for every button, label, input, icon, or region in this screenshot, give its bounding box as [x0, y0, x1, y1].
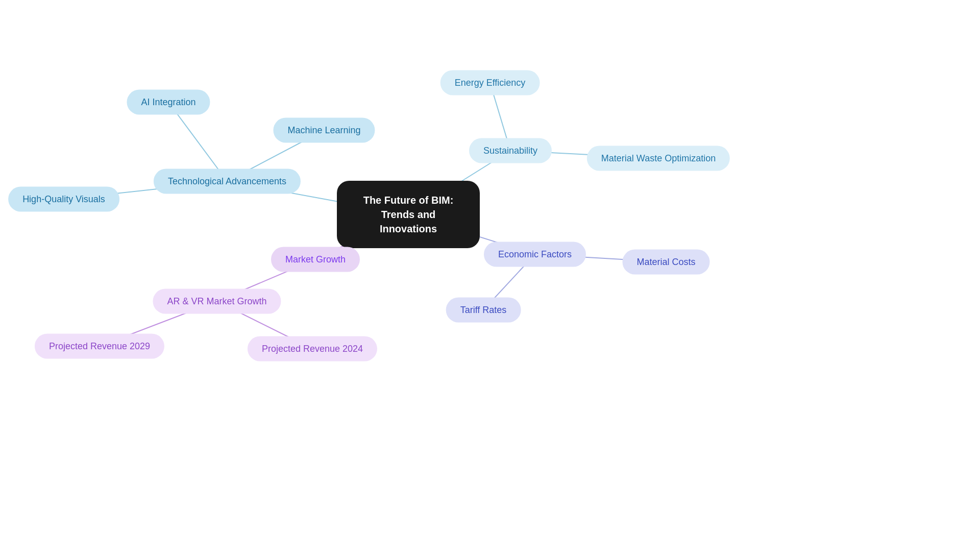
node-energy-efficiency[interactable]: Energy Efficiency [440, 70, 540, 95]
node-sustainability[interactable]: Sustainability [469, 138, 552, 163]
node-projected-revenue-2024[interactable]: Projected Revenue 2024 [248, 336, 377, 362]
market-growth-label: Market Growth [285, 254, 346, 265]
node-economic-factors[interactable]: Economic Factors [484, 242, 586, 267]
sustainability-label: Sustainability [483, 146, 537, 156]
center-node: The Future of BIM: Trends and Innovation… [337, 181, 480, 248]
machine-learning-label: Machine Learning [287, 125, 360, 136]
node-tariff-rates[interactable]: Tariff Rates [446, 298, 521, 323]
revenue-2024-label: Projected Revenue 2024 [262, 344, 363, 354]
node-machine-learning[interactable]: Machine Learning [273, 118, 375, 143]
energy-efficiency-label: Energy Efficiency [455, 78, 526, 88]
node-ai-integration[interactable]: AI Integration [127, 90, 210, 115]
ar-vr-label: AR & VR Market Growth [167, 296, 266, 307]
tech-adv-label: Technological Advancements [168, 176, 286, 187]
node-market-growth[interactable]: Market Growth [271, 247, 360, 272]
ai-integration-label: AI Integration [141, 97, 195, 108]
node-technological-advancements[interactable]: Technological Advancements [154, 169, 301, 194]
material-costs-label: Material Costs [636, 257, 695, 268]
high-quality-visuals-label: High-Quality Visuals [22, 194, 105, 205]
node-material-costs[interactable]: Material Costs [622, 250, 709, 275]
revenue-2029-label: Projected Revenue 2029 [49, 341, 150, 352]
material-waste-label: Material Waste Optimization [601, 153, 716, 164]
node-projected-revenue-2029[interactable]: Projected Revenue 2029 [35, 334, 164, 359]
mindmap-container: The Future of BIM: Trends and Innovation… [0, 0, 980, 553]
center-label: The Future of BIM: Trends and Innovation… [353, 193, 463, 236]
node-high-quality-visuals[interactable]: High-Quality Visuals [8, 187, 119, 212]
node-ar-vr-market-growth[interactable]: AR & VR Market Growth [153, 289, 281, 314]
tariff-rates-label: Tariff Rates [460, 305, 507, 316]
node-material-waste-optimization[interactable]: Material Waste Optimization [587, 146, 730, 171]
economic-factors-label: Economic Factors [498, 249, 572, 260]
